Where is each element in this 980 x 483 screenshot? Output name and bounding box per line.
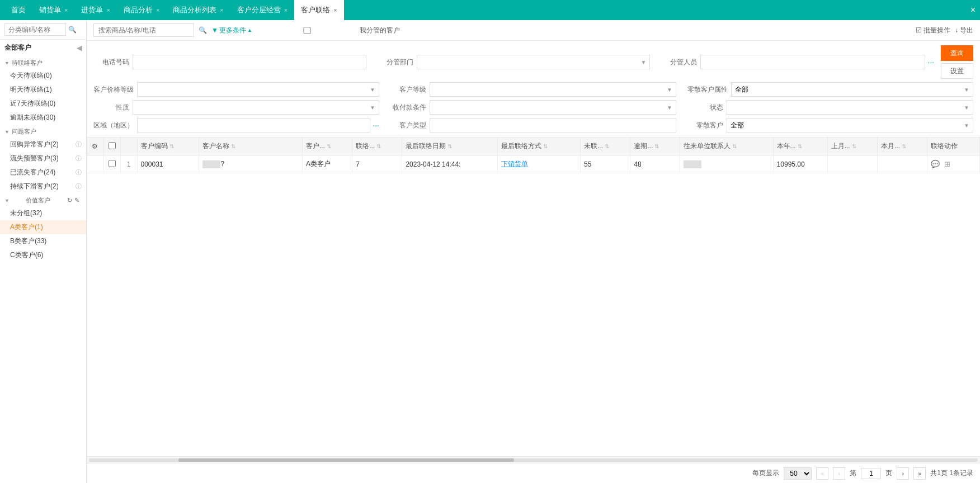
region-dots-btn[interactable]: ··· [373,121,379,130]
export-btn[interactable]: ↓ 导出 [955,26,973,35]
filter-row-4: 区域（地区） ··· 客户类型 零散客户 全部 ▼ [93,118,973,132]
nav-home[interactable]: 首页 [4,0,32,20]
action-qr-icon[interactable]: ⊞ [944,160,950,168]
row-type: A类客户 [302,155,352,173]
group-value-customers[interactable]: 价值客户 ↻ ✎ [0,193,86,206]
group-problem-customers[interactable]: 问题客户 [0,125,86,138]
retail-select[interactable]: 全部 ▼ [727,118,973,132]
sidebar-item-today[interactable]: 今天待联络(0) [0,69,86,83]
sort-this-month-icon[interactable]: ⇅ [902,143,906,149]
sort-last-month-icon[interactable]: ⇅ [852,143,856,149]
sidebar-item-class-b[interactable]: B类客户(33) [0,234,86,248]
status-select[interactable]: ▼ [727,100,973,115]
nature-select[interactable]: ▼ [133,100,379,115]
row-last-date: 2023-04-12 14:44: [402,155,498,173]
nav-product-analysis[interactable]: 商品分析 × [117,0,166,20]
scrollbar-thumb[interactable] [178,458,514,462]
sort-name-icon[interactable]: ⇅ [231,143,235,149]
sidebar-item-abnormal[interactable]: 回购异常客户(2) ⓘ [0,138,86,151]
sidebar-item-churned[interactable]: 已流失客户(24) ⓘ [0,165,86,179]
batch-op-btn[interactable]: ☑ 批量操作 [916,26,950,35]
sidebar-item-7days[interactable]: 近7天待联络(0) [0,97,86,111]
batch-icon: ☑ [916,26,922,34]
sort-overdue-icon[interactable]: ⇅ [654,143,659,149]
sidebar-search-input[interactable] [4,23,66,36]
customer-type-input[interactable] [430,118,676,132]
close-sales-icon[interactable]: × [64,7,68,13]
sort-way-icon[interactable]: ⇅ [543,143,548,149]
my-customers-checkbox-area[interactable]: 我分管的客户 [257,26,400,35]
customer-grade-select[interactable]: ▼ [430,82,676,97]
close-purchase-icon[interactable]: × [106,7,110,13]
col-checkbox[interactable] [103,138,120,155]
action-chat-icon[interactable]: 💬 [931,160,940,168]
dept-select[interactable]: ▼ [417,55,651,69]
sort-code-icon[interactable]: ⇅ [169,143,174,149]
per-page-select[interactable]: 50 100 [784,467,812,480]
edit-icon[interactable]: ✎ [74,197,79,204]
all-customers-header[interactable]: 全部客户 ◀ [0,40,86,56]
payment-select[interactable]: ▼ [430,100,676,115]
horizontal-scrollbar[interactable] [87,456,980,463]
sidebar-item-declining[interactable]: 持续下滑客户(2) ⓘ [0,179,86,193]
info-icon-churn-warning: ⓘ [76,154,82,163]
refresh-icon[interactable]: ↻ [67,197,72,204]
region-input[interactable] [137,118,370,132]
sidebar-item-overdue[interactable]: 逾期未联络(30) [0,111,86,125]
col-gear[interactable]: ⚙ [87,138,103,155]
col-contacts-person: 往来单位联系人⇅ [680,138,773,155]
nav-customer-contact[interactable]: 客户联络 × [294,0,343,20]
row-gear [87,155,103,173]
prev-page-btn[interactable]: ‹ [833,467,845,480]
row-contacts-person [680,155,773,173]
price-grade-select[interactable]: ▼ [137,82,379,97]
person-input[interactable] [700,55,925,69]
sort-no-contact-icon[interactable]: ⇅ [605,143,609,149]
nav-purchase[interactable]: 进货单 × [74,0,116,20]
close-customer-segment-icon[interactable]: × [284,7,288,13]
sort-year-icon[interactable]: ⇅ [798,143,802,149]
first-page-btn[interactable]: « [816,467,828,480]
last-page-btn[interactable]: » [913,467,926,480]
select-all-checkbox[interactable] [109,142,116,149]
person-dots-btn[interactable]: ··· [927,58,934,67]
sidebar-item-unclassified[interactable]: 未分组(32) [0,206,86,220]
settings-button[interactable]: 设置 [941,63,973,79]
page-input[interactable] [861,468,881,479]
filter-retail-attr: 零散客户属性 全部 ▼ [687,82,973,97]
row-checkbox[interactable] [109,160,116,167]
sort-contact-icon[interactable]: ⇅ [376,143,381,149]
sidebar-search-icon[interactable]: 🔍 [68,26,77,34]
filter-search-icon[interactable]: 🔍 [199,26,207,34]
customer-grade-arrow-icon: ▼ [667,87,672,93]
sidebar-item-tomorrow[interactable]: 明天待联络(1) [0,83,86,97]
row-this-month [877,155,927,173]
sidebar-item-churn-warning[interactable]: 流失预警客户(3) ⓘ [0,151,86,165]
filter-payment: 收付款条件 ▼ [390,100,676,115]
filter-more-btn[interactable]: ▼ 更多条件 ▲ [211,26,252,35]
last-way-link[interactable]: 下销货单 [501,160,528,168]
close-all-icon[interactable]: × [970,5,976,15]
nav-sales[interactable]: 销货单 × [32,0,74,20]
sidebar-item-class-c[interactable]: C类客户(6) [0,248,86,262]
customer-table: ⚙ 客户编码⇅ 客户名称⇅ 客户...⇅ 联络...⇅ [87,138,980,173]
query-button[interactable]: 查询 [941,45,973,61]
retail-attr-select[interactable]: 全部 ▼ [731,82,973,97]
phone-input[interactable] [133,55,366,69]
row-last-month [827,155,877,173]
sort-date-icon[interactable]: ⇅ [447,143,452,149]
sort-contacts-icon[interactable]: ⇅ [732,143,737,149]
close-customer-contact-icon[interactable]: × [333,7,337,13]
my-customers-checkbox[interactable] [257,27,357,34]
group-pending-contact[interactable]: 待联络客户 [0,56,86,69]
row-checkbox-cell[interactable] [103,155,120,173]
filter-person: 分管人员 ··· [661,55,934,69]
sidebar-item-class-a[interactable]: A类客户(1) [0,220,86,234]
next-page-btn[interactable]: › [897,467,909,480]
close-product-list-icon[interactable]: × [220,7,223,13]
close-product-analysis-icon[interactable]: × [156,7,159,13]
nav-product-list[interactable]: 商品分析列表 × [166,0,230,20]
nav-customer-segment[interactable]: 客户分层经营 × [230,0,294,20]
sort-type-icon[interactable]: ⇅ [327,143,331,149]
search-input[interactable] [93,23,194,37]
